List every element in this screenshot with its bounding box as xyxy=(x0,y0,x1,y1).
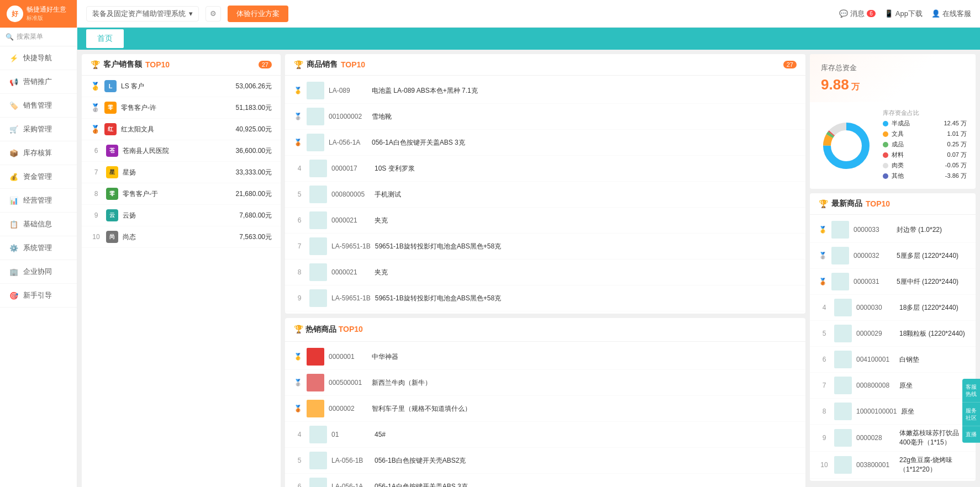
sidebar-label: 经营管理 xyxy=(23,195,52,205)
newest-products-title: 🏆 最新商品 TOP10 xyxy=(819,199,890,209)
product-name: 59651-1B旋转投影灯电池盒ABS黑色+58克 xyxy=(375,294,797,303)
list-item: 🥈 000500001 新西兰牛肉（新牛） xyxy=(285,370,805,396)
gear-icon: ⚙ xyxy=(210,9,217,18)
sidebar-item-sales[interactable]: 🏷️ 销售管理 xyxy=(0,94,77,118)
product-thumb xyxy=(831,221,849,239)
list-item: 🥇 0000001 中华神器 xyxy=(285,344,805,370)
product-code: 000500001 xyxy=(329,379,367,387)
product-name: 5厘中纤 (1220*2440) xyxy=(897,277,967,287)
product-thumb xyxy=(834,403,852,420)
inventory-title: 库存总资金 xyxy=(821,63,965,73)
donut-chart xyxy=(819,118,874,173)
legend-item: 材料 0.07 万 xyxy=(883,151,967,159)
medal-icon: 🥉 xyxy=(91,125,100,134)
settings-button[interactable]: ⚙ xyxy=(206,6,221,22)
message-icon: 💬 xyxy=(839,9,848,18)
sidebar-item-guide[interactable]: 🎯 新手引导 xyxy=(0,284,77,308)
product-name: 体嫩荔枝味苏打饮品400毫升（1*15） xyxy=(899,428,967,447)
sidebar-item-enterprise[interactable]: 🏢 企业协同 xyxy=(0,260,77,284)
list-item: 6 苍 苍南县人民医院 36,600.00元 xyxy=(82,140,281,162)
list-item: 5 0000029 18颗粒板 (1220*2440) xyxy=(810,321,976,347)
sidebar-item-operation[interactable]: 📊 经营管理 xyxy=(0,189,77,213)
product-sales-title: 🏆 商品销售 TOP10 xyxy=(294,60,365,70)
inventory-amount: 9.88 xyxy=(821,76,849,93)
product-code: 0000002 xyxy=(329,405,367,412)
product-thumb xyxy=(309,186,327,203)
product-code: 01 xyxy=(331,431,370,438)
product-thumb xyxy=(831,247,849,264)
product-name: 056-1A白色按键开关盖ABS 3克 xyxy=(375,482,797,488)
sidebar-item-system[interactable]: ⚙️ 系统管理 xyxy=(0,236,77,260)
product-name: 夹克 xyxy=(375,268,797,277)
product-thumb xyxy=(309,160,327,177)
customer-badge: 星 xyxy=(106,166,118,178)
customer-badge: L xyxy=(104,80,117,92)
service-community-button[interactable]: 服务社区 xyxy=(962,403,980,426)
sidebar-item-basic-info[interactable]: 📋 基础信息 xyxy=(0,213,77,236)
legend-item: 文具 1.01 万 xyxy=(883,130,967,138)
inventory-icon: 📦 xyxy=(9,148,19,158)
list-item: 8 0000021 夹克 xyxy=(285,260,805,285)
system-selector[interactable]: 装备及固定资产辅助管理系统 ▾ xyxy=(86,6,199,22)
trial-button[interactable]: 体验行业方案 xyxy=(228,6,288,22)
list-item: 4 0000017 10S 变利罗浆 xyxy=(285,156,805,182)
rank-num: 5 xyxy=(819,330,830,337)
product-name: 10S 变利罗浆 xyxy=(375,164,797,173)
hot-sales-card: 🏆 热销商品 TOP10 🥇 0000001 中华神器 🥈 xyxy=(285,318,805,487)
list-item: 🥇 LA-089 电池盖 LA-089 ABS本色+黑种 7.1克 xyxy=(285,78,805,104)
list-item: 10 尚 尚态 7,563.00元 xyxy=(82,226,281,248)
product-sales-card: 🏆 商品销售 TOP10 27 🥇 LA-089 电池盖 LA-089 ABS本… xyxy=(285,54,805,314)
product-code: 003800001 xyxy=(856,461,895,469)
sidebar-label: 系统管理 xyxy=(23,243,52,253)
hot-sales-list: 🥇 0000001 中华神器 🥈 000500001 新西兰牛肉（新牛） xyxy=(285,342,805,487)
legend-value: 0.07 万 xyxy=(939,151,967,159)
customer-amount: 51,183.00元 xyxy=(236,103,272,113)
content-area: 🏆 客户销售额 TOP10 27 🥇 L LS 客户 53,006.26元 🥈 … xyxy=(77,50,980,487)
customer-amount: 40,925.00元 xyxy=(236,125,272,134)
customer-name: 零售客户-许 xyxy=(121,103,231,113)
live-stream-button[interactable]: 直播 xyxy=(962,426,980,443)
product-thumb xyxy=(307,108,324,125)
customer-badge: 零 xyxy=(106,188,118,200)
product-code: 001000002 xyxy=(329,113,367,120)
search-icon: 🔍 xyxy=(6,33,14,41)
rank-num: 4 xyxy=(819,304,830,311)
sidebar-item-inventory[interactable]: 📦 库存核算 xyxy=(0,141,77,165)
sidebar-label: 营销推广 xyxy=(23,77,52,87)
app-download-button[interactable]: 📱 App下载 xyxy=(884,9,923,19)
customer-ranking-title: 🏆 客户销售额 TOP10 xyxy=(91,60,170,70)
basic-info-icon: 📋 xyxy=(9,219,19,229)
sidebar-item-finance[interactable]: 💰 资金管理 xyxy=(0,165,77,189)
online-service-button[interactable]: 👤 在线客服 xyxy=(931,9,971,19)
sidebar-item-quick-nav[interactable]: ⚡ 快捷导航 xyxy=(0,46,77,70)
list-item: 🥈 0000032 5厘多层 (1220*2440) xyxy=(810,243,976,269)
rank-num: 7 xyxy=(294,242,305,250)
search-menu[interactable]: 🔍 搜索菜单 xyxy=(0,28,77,46)
customer-amount: 36,600.00元 xyxy=(236,146,272,156)
online-service-label: 在线客服 xyxy=(942,9,971,19)
customer-name: 云扬 xyxy=(123,211,235,220)
customer-badge: 苍 xyxy=(106,145,118,157)
sidebar-logo: 好 畅捷通好生意 标准版 xyxy=(0,0,77,28)
customer-service-button[interactable]: 客服热线 xyxy=(962,379,980,403)
product-thumb xyxy=(834,377,852,394)
legend-value: 0.25 万 xyxy=(939,140,967,149)
list-item: 8 10000100001 原坐 xyxy=(810,399,976,425)
rank-num: 6 xyxy=(294,483,305,487)
customer-name: 星扬 xyxy=(123,168,231,177)
tab-home[interactable]: 首页 xyxy=(86,29,124,48)
sidebar-item-purchase[interactable]: 🛒 采购管理 xyxy=(0,118,77,141)
inventory-unit: 万 xyxy=(851,82,860,92)
right-column: 库存总资金 9.88 万 xyxy=(810,54,976,487)
rank-num: 9 xyxy=(91,211,102,219)
message-button[interactable]: 💬 消息 6 xyxy=(839,9,876,19)
sidebar-label: 快捷导航 xyxy=(23,53,52,63)
product-name: 封边带 (1.0*22) xyxy=(897,225,967,235)
list-item: 9 LA-59651-1B 59651-1B旋转投影灯电池盒ABS黑色+58克 xyxy=(285,285,805,311)
donut-svg xyxy=(819,118,874,173)
list-item: 8 零 零售客户-于 21,680.00元 xyxy=(82,183,281,205)
medal-icon: 🥈 xyxy=(294,113,302,120)
rank-num: 6 xyxy=(294,216,305,224)
trophy-icon: 🏆 xyxy=(819,199,828,208)
sidebar-item-marketing[interactable]: 📢 营销推广 xyxy=(0,70,77,94)
